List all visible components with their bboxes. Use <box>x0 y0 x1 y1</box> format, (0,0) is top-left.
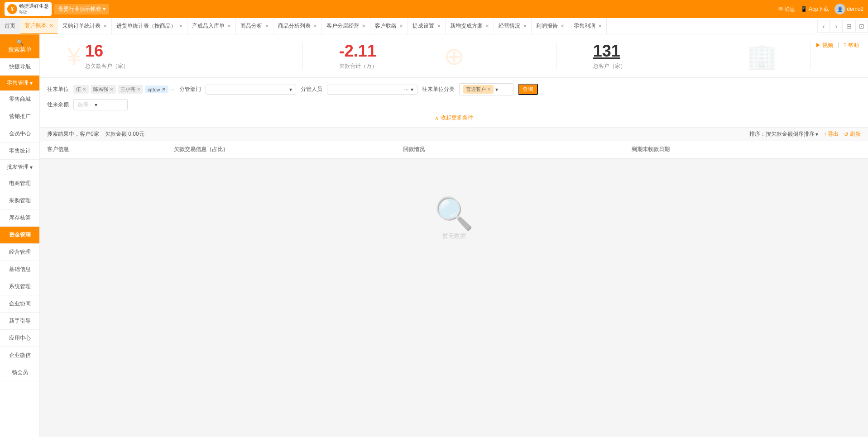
sidebar-item-marketing[interactable]: 营销推广 <box>0 108 39 125</box>
dept-select[interactable]: ▾ <box>206 85 296 95</box>
stat-customers-label: 总欠款客户（家） <box>85 62 129 70</box>
category-select[interactable]: 普通客户 ✕ ▾ <box>459 83 513 95</box>
collapse-btn[interactable]: ∧ 收起更多条件 <box>47 114 861 122</box>
company-dropdown[interactable]: 母婴行业演示帐套 ▾ <box>54 4 109 14</box>
sidebar-item-retail-stats[interactable]: 零售统计 <box>0 142 39 160</box>
tab-profit-report[interactable]: 利润报告 ✕ <box>532 18 569 34</box>
tab-home[interactable]: 首页 <box>0 18 20 34</box>
sidebar-item-retail[interactable]: 零售管理 ▾ <box>0 76 39 91</box>
chevron-icon-2: ▾ <box>30 164 33 171</box>
remove-category[interactable]: ✕ <box>487 87 491 92</box>
more-units-btn[interactable]: ··· <box>170 86 175 93</box>
remove-tag-0[interactable]: ✕ <box>82 87 86 92</box>
sidebar-item-member[interactable]: 会员中心 <box>0 125 39 142</box>
category-value-tag: 普通客户 ✕ <box>463 85 494 94</box>
sidebar-item-newbie[interactable]: 新手引导 <box>0 313 39 330</box>
sidebar-item-base-info[interactable]: 基础信息 <box>0 261 39 278</box>
person-select[interactable]: ··· ▾ <box>327 85 417 95</box>
stats-row: ¥ 16 总欠款客户（家） ⊕ -2.11 欠款合计（万） 131 总客户（家） <box>40 34 868 78</box>
close-tab-12[interactable]: ✕ <box>598 24 602 28</box>
remainder-label: 往来余额 <box>47 101 69 109</box>
top-bar-left: ¥ 畅捷通好生意 标版 母婴行业演示帐套 ▾ <box>5 2 109 16</box>
help-btn[interactable]: ? 帮助 <box>844 42 859 49</box>
results-summary: 搜索结果中，客户0家 欠款金额 0.00元 <box>47 130 144 138</box>
message-icon: ✉ <box>778 6 783 12</box>
sidebar-item-system[interactable]: 系统管理 <box>0 278 39 295</box>
close-tab-5[interactable]: ✕ <box>313 24 317 28</box>
sidebar-item-wechat[interactable]: 企业微信 <box>0 347 39 364</box>
close-tab-10[interactable]: ✕ <box>523 24 527 28</box>
sidebar-search[interactable]: 🔍 搜索菜单 <box>0 34 39 58</box>
tab-commission-settings[interactable]: 提成设置 ✕ <box>408 18 446 34</box>
chevron-down-icon: ▾ <box>103 6 106 12</box>
remove-tag-3[interactable]: ✕ <box>162 86 166 92</box>
unit-tag-3: cjttcw ✕ <box>145 86 168 93</box>
close-tab-8[interactable]: ✕ <box>437 24 441 28</box>
nav-tab-scroll: 客户账本 ✕ 采购订单统计表 ✕ 进货单统计表（按商品） ✕ 产成品入库单 ✕ … <box>20 18 817 34</box>
sidebar-item-ecommerce[interactable]: 电商管理 <box>0 175 39 192</box>
remainder-select[interactable]: 选择... ▾ <box>73 99 128 110</box>
close-tab-0[interactable]: ✕ <box>49 23 53 28</box>
nav-next-btn[interactable]: › <box>830 20 843 33</box>
main-wrapper: 🔍 搜索菜单 快捷导航 零售管理 ▾ 零售商城 营销推广 会员中心 零售统计 <box>0 34 868 437</box>
stats-right-actions: ▶ 视频 | ? 帮助 <box>815 42 859 49</box>
nav-expand-btn[interactable]: ⊡ <box>855 20 868 33</box>
sidebar-item-retail-mall[interactable]: 零售商城 <box>0 91 39 108</box>
stat-customers: 16 总欠款客户（家） <box>49 42 303 70</box>
tab-operations[interactable]: 经营情况 ✕ <box>494 18 532 34</box>
avatar: 👤 <box>834 4 845 14</box>
close-tab-7[interactable]: ✕ <box>399 24 403 28</box>
remove-tag-2[interactable]: ✕ <box>137 87 140 92</box>
tab-inventory-stats[interactable]: 进货单统计表（按商品） ✕ <box>112 18 187 34</box>
table-header: 客户信息 欠款交易信息（占比） 回款情况 到期未收款日期 <box>40 141 868 159</box>
stat-debt-label: 欠款合计（万） <box>339 62 377 70</box>
close-tab-11[interactable]: ✕ <box>561 24 564 28</box>
unit-label: 往来单位 <box>47 86 69 93</box>
close-tab-1[interactable]: ✕ <box>103 24 107 28</box>
unit-tags: 伍 ✕ 陈民强 ✕ 王小亮 ✕ cjttcw ✕ <box>73 85 175 94</box>
results-right: 排序：按欠款金额倒序排序 ▾ ↑ 导出 ↺ 刷新 <box>749 130 861 138</box>
tab-product-analysis-list[interactable]: 商品分析列表 ✕ <box>273 18 322 34</box>
video-btn[interactable]: ▶ 视频 <box>815 42 833 49</box>
stat-bg-icon-right: 🏢 <box>746 41 777 71</box>
sort-btn[interactable]: 排序：按欠款金额倒序排序 ▾ <box>749 130 818 138</box>
refresh-btn[interactable]: ↺ 刷新 <box>844 130 861 138</box>
filter-area: 往来单位 伍 ✕ 陈民强 ✕ 王小亮 ✕ <box>40 78 868 128</box>
dept-label: 分管部门 <box>179 86 201 93</box>
expand-person: ··· <box>404 86 409 93</box>
tab-purchase-stats[interactable]: 采购订单统计表 ✕ <box>58 18 112 34</box>
nav-prev-btn[interactable]: ‹ <box>817 20 830 33</box>
close-tab-3[interactable]: ✕ <box>227 24 231 28</box>
empty-text: 暂无数据 <box>442 232 466 240</box>
sidebar-item-wholesale[interactable]: 批发管理 ▾ <box>0 160 39 175</box>
tab-product-analysis[interactable]: 商品分析 ✕ <box>236 18 273 34</box>
content-area: ¥ 16 总欠款客户（家） ⊕ -2.11 欠款合计（万） 131 总客户（家） <box>40 34 868 437</box>
close-tab-2[interactable]: ✕ <box>179 24 182 28</box>
tab-retail-profit[interactable]: 零售利润 ✕ <box>569 18 607 34</box>
nav-arrows: ‹ › ⊟ ⊡ <box>817 20 868 33</box>
message-btn[interactable]: ✉ 消息 <box>778 5 795 13</box>
close-tab-9[interactable]: ✕ <box>485 24 489 28</box>
sidebar-item-member2[interactable]: 畅会员 <box>0 364 39 381</box>
export-btn[interactable]: ↑ 导出 <box>824 130 839 138</box>
sidebar-item-finance[interactable]: 资金管理 <box>0 227 39 244</box>
sidebar-item-app-center[interactable]: 应用中心 <box>0 330 39 347</box>
sidebar-item-enterprise-collab[interactable]: 企业协同 <box>0 295 39 313</box>
app-download-btn[interactable]: 📱 App下载 <box>801 5 829 13</box>
nav-collapse-btn[interactable]: ⊟ <box>843 20 855 33</box>
sidebar-item-operations[interactable]: 经营管理 <box>0 244 39 261</box>
tab-customer-layer[interactable]: 客户分层经营 ✕ <box>322 18 370 34</box>
user-menu[interactable]: 👤 demo2 <box>834 4 863 14</box>
close-tab-4[interactable]: ✕ <box>265 24 269 28</box>
tab-customer-contact[interactable]: 客户联络 ✕ <box>370 18 408 34</box>
sidebar-item-inventory[interactable]: 库存核算 <box>0 209 39 227</box>
tab-product-inbound[interactable]: 产成品入库单 ✕ <box>187 18 236 34</box>
tab-customer-ledger[interactable]: 客户账本 ✕ <box>20 18 58 34</box>
remove-tag-1[interactable]: ✕ <box>110 87 113 92</box>
chevron-down-remainder: ▾ <box>95 102 97 108</box>
sidebar-item-quick-nav[interactable]: 快捷导航 <box>0 58 39 76</box>
search-btn[interactable]: 查询 <box>518 84 538 95</box>
tab-new-commission[interactable]: 新增提成方案 ✕ <box>446 18 494 34</box>
close-tab-6[interactable]: ✕ <box>362 24 365 28</box>
sidebar-item-purchase[interactable]: 采购管理 <box>0 192 39 209</box>
